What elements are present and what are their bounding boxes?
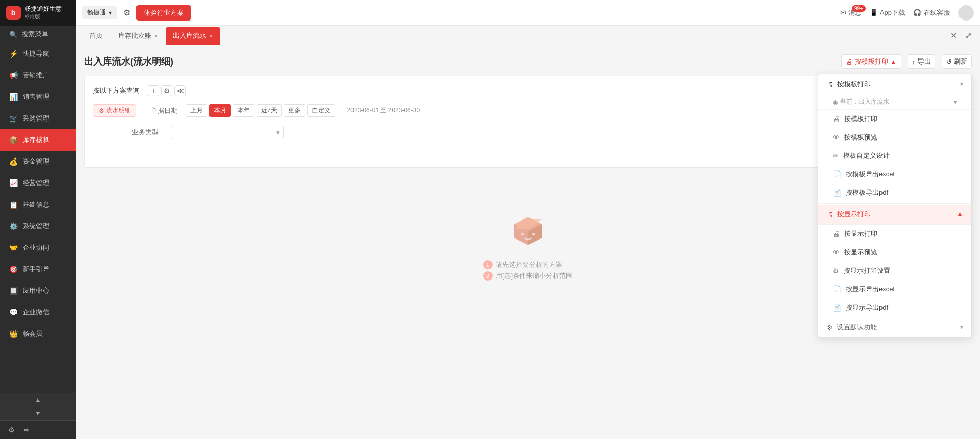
search-icon: 🔍 xyxy=(9,31,17,38)
filter-settings-btn[interactable]: ⚙ xyxy=(161,85,172,96)
export-btn[interactable]: ↑ 导出 xyxy=(908,54,936,69)
collab-icon: 🤝 xyxy=(8,244,18,252)
dropdown-display-print[interactable]: 🖨 按显示打印 xyxy=(818,225,971,243)
app-download-label: App下载 xyxy=(880,8,905,17)
dropdown-template-print[interactable]: 🖨 按模板打印 xyxy=(818,110,971,128)
wechat-icon: 💬 xyxy=(8,308,18,316)
content-area: 出入库流水(流水明细) 🖨 按模板打印 ▲ ↑ 导出 ↺ 刷新 xyxy=(76,46,980,439)
tab-inventory-batch[interactable]: 库存批次账 × xyxy=(111,27,165,45)
sidebar-item-guide[interactable]: 🎯 新手引导 xyxy=(0,258,76,280)
sidebar-item-marketing[interactable]: 📢 营销推广 xyxy=(0,65,76,86)
template-header-icon: 🖨 xyxy=(827,81,833,88)
display-section-chevron: ▲ xyxy=(957,211,963,218)
topbar-right: ✉ 消息 99+ 📱 App下载 🎧 在线客服 xyxy=(840,5,974,21)
sidebar-nav: ⚡ 快捷导航 📢 营销推广 📊 销售管理 🛒 采购管理 📦 库存核算 💰 资金管… xyxy=(0,43,76,393)
sidebar-settings-btn[interactable]: ⚙ xyxy=(8,426,15,434)
dropdown-display-pdf[interactable]: 📄 按显示导出pdf xyxy=(818,298,971,317)
sidebar-item-membership[interactable]: 👑 畅会员 xyxy=(0,323,76,345)
dropdown-template-preview[interactable]: 👁 按模板预览 xyxy=(818,128,971,147)
template-print-item-label: 按模板打印 xyxy=(844,114,877,124)
tab-home[interactable]: 首页 xyxy=(82,27,110,45)
trial-btn[interactable]: 体验行业方案 xyxy=(136,5,191,21)
date-btn-this-month[interactable]: 本月 xyxy=(209,104,231,117)
filter-section-label: 按以下方案查询 xyxy=(93,86,140,95)
sidebar-label-finance: 资金管理 xyxy=(23,157,49,166)
tab-inventory-batch-close[interactable]: × xyxy=(154,33,158,39)
sidebar-item-wechat[interactable]: 💬 企业微信 xyxy=(0,302,76,323)
close-window-btn[interactable]: ✕ xyxy=(948,30,959,42)
current-note-chevron: ▾ xyxy=(954,98,957,106)
print-dropdown-panel: 🖨 按模板打印 ▾ ◉ 当前：出入库流水 ▾ 🖨 按模板打印 xyxy=(818,74,972,337)
sidebar-label-app-center: 应用中心 xyxy=(23,286,49,295)
empty-hint-1: 1 请先选择要分析的方案 xyxy=(483,260,573,269)
topbar-gear-btn[interactable]: ⚙ xyxy=(121,6,132,19)
date-btn-custom[interactable]: 自定义 xyxy=(307,104,335,117)
sidebar-label-wechat: 企业微信 xyxy=(23,308,49,317)
sidebar-item-operations[interactable]: 📈 经营管理 xyxy=(0,172,76,194)
template-excel-icon: 📄 xyxy=(833,170,841,178)
sidebar-item-finance[interactable]: 💰 资金管理 xyxy=(0,151,76,172)
hint-text-2: 用[选]条件来缩小分析范围 xyxy=(496,271,573,281)
dropdown-template-custom[interactable]: ✏ 模板自定义设计 xyxy=(818,147,971,165)
msg-badge: 99+ xyxy=(852,5,866,12)
page-header: 出入库流水(流水明细) 🖨 按模板打印 ▲ ↑ 导出 ↺ 刷新 xyxy=(84,54,972,69)
dropdown-template-header[interactable]: 🖨 按模板打印 ▾ xyxy=(818,74,971,94)
operations-icon: 📈 xyxy=(8,179,18,187)
topbar-username: 畅捷通 xyxy=(87,8,106,17)
tab-bar: 首页 库存批次账 × 出入库流水 × ✕ ⤢ xyxy=(76,26,980,46)
sidebar-label-basic: 基础信息 xyxy=(23,200,49,209)
template-print-btn[interactable]: 🖨 按模板打印 ▲ xyxy=(841,54,901,69)
dropdown-display-preview[interactable]: 👁 按显示预览 xyxy=(818,243,971,262)
display-excel-label: 按显示导出excel xyxy=(846,285,894,294)
tab-inventory-flow[interactable]: 出入库流水 × xyxy=(166,27,220,45)
scroll-down-button[interactable]: ▼ xyxy=(0,407,76,420)
window-controls: ✕ ⤢ xyxy=(948,30,974,42)
topbar-avatar[interactable] xyxy=(958,5,974,21)
biz-type-select[interactable] xyxy=(171,126,284,139)
template-print-chevron: ▲ xyxy=(890,58,897,66)
basic-icon: 📋 xyxy=(8,201,18,209)
dropdown-template-excel[interactable]: 📄 按模板导出excel xyxy=(818,165,971,184)
topbar-msg-btn[interactable]: ✉ 消息 99+ xyxy=(840,8,861,17)
sidebar-item-purchase[interactable]: 🛒 采购管理 xyxy=(0,108,76,129)
marketing-icon: 📢 xyxy=(8,71,18,79)
sidebar-item-collab[interactable]: 🤝 企业协同 xyxy=(0,237,76,258)
date-btn-more[interactable]: 更多 xyxy=(284,104,305,117)
template-custom-label: 模板自定义设计 xyxy=(843,151,890,161)
date-btn-7days[interactable]: 近7天 xyxy=(257,104,282,117)
sidebar-item-basic[interactable]: 📋 基础信息 xyxy=(0,194,76,215)
app-center-icon: 🔲 xyxy=(8,287,18,295)
filter-add-btn[interactable]: + xyxy=(148,85,159,96)
refresh-btn[interactable]: ↺ 刷新 xyxy=(942,54,972,69)
scroll-up-button[interactable]: ▲ xyxy=(0,393,76,407)
sidebar-item-quick-nav[interactable]: ⚡ 快捷导航 xyxy=(0,43,76,65)
filter-collapse-btn[interactable]: ≪ xyxy=(174,85,186,96)
sidebar-item-system[interactable]: ⚙️ 系统管理 xyxy=(0,215,76,237)
tab-inventory-flow-close[interactable]: × xyxy=(209,33,212,39)
sidebar-item-sales[interactable]: 📊 销售管理 xyxy=(0,86,76,108)
dropdown-display-header[interactable]: 🖨 按显示打印 ▲ xyxy=(818,205,971,225)
display-preview-label: 按显示预览 xyxy=(844,248,877,257)
sidebar-item-inventory[interactable]: 📦 库存核算 xyxy=(0,129,76,151)
filter-toolbar: + ⚙ ≪ xyxy=(148,85,186,96)
biz-type-label: 业务类型 xyxy=(132,128,163,137)
sidebar-item-app-center[interactable]: 🔲 应用中心 xyxy=(0,280,76,302)
dropdown-divider xyxy=(818,203,971,204)
date-btn-this-year[interactable]: 本年 xyxy=(233,104,254,117)
dropdown-template-pdf[interactable]: 📄 按模板导出pdf xyxy=(818,184,971,202)
export-icon: ↑ xyxy=(912,58,916,66)
search-menu[interactable]: 🔍 搜索菜单 xyxy=(0,26,76,43)
finance-icon: 💰 xyxy=(8,157,18,166)
print-icon: 🖨 xyxy=(846,58,853,66)
dropdown-display-settings[interactable]: ⚙ 按显示打印设置 xyxy=(818,262,971,280)
sidebar-collapse-btn[interactable]: ⇔ xyxy=(23,426,29,434)
topbar-service-btn[interactable]: 🎧 在线客服 xyxy=(913,8,950,17)
expand-window-btn[interactable]: ⤢ xyxy=(963,30,974,42)
topbar-app-download-btn[interactable]: 📱 App下载 xyxy=(870,8,905,17)
dropdown-set-default[interactable]: ⚙ 设置默认功能 ▾ xyxy=(818,317,971,337)
guide-icon: 🎯 xyxy=(8,265,18,273)
template-preview-icon: 👁 xyxy=(833,133,840,142)
dropdown-display-excel[interactable]: 📄 按显示导出excel xyxy=(818,280,971,298)
date-btn-last-month[interactable]: 上月 xyxy=(186,104,207,117)
search-menu-label: 搜索菜单 xyxy=(22,30,48,39)
